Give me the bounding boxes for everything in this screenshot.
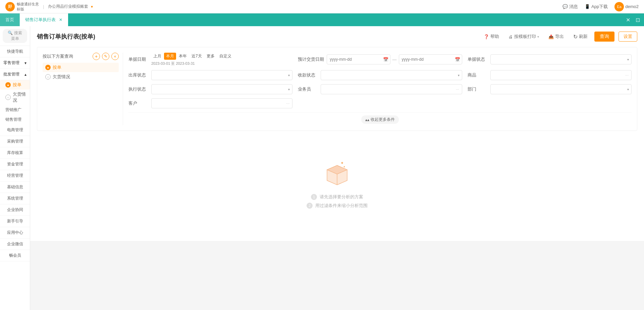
- tab-restore-btn[interactable]: ⊡: [634, 15, 641, 24]
- sidebar-item-system[interactable]: 系统管理: [0, 193, 30, 204]
- date-tab-this-year[interactable]: 本年: [177, 53, 189, 60]
- goods-dots-icon: ···: [625, 73, 629, 78]
- sidebar-item-wholesale[interactable]: 批发管理 ▴: [0, 69, 30, 80]
- filter-rows: 单据日期 上月 本月 本年 近7天 更多 自定义: [128, 53, 632, 108]
- tab-close-icon[interactable]: ✕: [59, 17, 62, 22]
- collapse-button[interactable]: ▴▴ 收起更多条件: [361, 115, 399, 124]
- breadcrumb-arrow[interactable]: ▾: [91, 4, 93, 9]
- tab-sales-order-label: 销售订单执行表: [25, 17, 56, 23]
- empty-state: ✦ ✦ 1 请先选择要分析的方案 2 用过滤条件来缩小分析范围: [37, 134, 637, 236]
- sidebar-item-purchase[interactable]: 采购管理: [0, 136, 30, 147]
- filter-exec-status: 执行状态 ▾: [128, 84, 292, 94]
- avatar: Ea: [614, 2, 624, 11]
- print-template-button[interactable]: 🖨 按模板打印 ▾: [506, 32, 542, 41]
- sidebar-item-wechat[interactable]: 企业微信: [0, 239, 30, 250]
- app-download-action[interactable]: 📱 App下载: [585, 4, 608, 10]
- dept-select[interactable]: [490, 84, 632, 94]
- sidebar-item-retail[interactable]: 零售管理 ▾: [0, 57, 30, 69]
- top-header: 好 畅捷通好生意 标版 | 办公用品行业模拟账套 ▾ 💬 消息 📱 App下载 …: [0, 0, 644, 13]
- exec-status-select[interactable]: [151, 84, 292, 94]
- sidebar: 🔍 搜索菜单 快捷导航 零售管理 ▾ 批发管理 ▴ ● 按单 ○ 欠货情况 营销…: [0, 26, 30, 310]
- filter-expected-date: 预计交货日期 📅 — 📅: [298, 53, 462, 66]
- sidebar-item-quick-nav[interactable]: 快捷导航: [0, 46, 30, 57]
- search-icon: 🔍: [8, 31, 13, 35]
- filter-panel: 按以下方案查询 + ✎ « ● 按单 ○: [37, 47, 637, 131]
- sidebar-search-box[interactable]: 🔍 搜索菜单: [3, 29, 27, 43]
- expected-date-label: 预计交货日期: [298, 56, 324, 62]
- customer-label: 客户: [128, 100, 149, 106]
- breadcrumb[interactable]: 办公用品行业模拟账套: [48, 4, 88, 9]
- date-tabs: 上月 本月 本年 近7天 更多 自定义: [151, 53, 292, 60]
- tab-spacer: [68, 13, 622, 26]
- sidebar-item-operation[interactable]: 经营管理: [0, 170, 30, 182]
- add-scheme-button[interactable]: +: [93, 53, 100, 60]
- sidebar-item-newuser[interactable]: 新手引导: [0, 216, 30, 227]
- date-tab-last7[interactable]: 近7天: [190, 53, 204, 60]
- filter-right: 单据日期 上月 本月 本年 近7天 更多 自定义: [123, 53, 632, 125]
- edit-scheme-button[interactable]: ✎: [102, 53, 109, 60]
- filter-left-icons: + ✎ «: [93, 53, 119, 60]
- sidebar-tree-owinggoods[interactable]: ○ 欠货情况: [0, 90, 30, 105]
- sidebar-item-inventory[interactable]: 库存核算: [0, 147, 30, 159]
- scheme-anorder[interactable]: ● 按单: [43, 63, 119, 72]
- settings-button[interactable]: 设置: [619, 32, 637, 42]
- payment-status-select[interactable]: [321, 70, 462, 80]
- payment-status-select-wrapper: ▾: [321, 70, 462, 80]
- query-button[interactable]: 查询: [594, 32, 614, 42]
- dept-label: 部门: [468, 86, 488, 92]
- anorder-dot-icon: ●: [5, 82, 11, 88]
- message-action[interactable]: 💬 消息: [562, 4, 578, 10]
- customer-input[interactable]: ···: [151, 98, 292, 108]
- payment-status-label: 收款状态: [298, 72, 318, 78]
- user-name: demo2: [625, 4, 639, 9]
- date-tab-more[interactable]: 更多: [205, 53, 217, 60]
- help-button[interactable]: ❓ 帮助: [481, 32, 502, 41]
- sidebar-item-marketing[interactable]: 营销推广: [0, 105, 30, 115]
- sidebar-item-sales-mgmt[interactable]: 销售管理: [0, 115, 30, 124]
- expected-date-start-wrap: 📅: [327, 54, 390, 64]
- retail-chevron-icon: ▾: [24, 61, 26, 65]
- filter-dept: 部门 ▾: [468, 84, 632, 94]
- header-left: 好 畅捷通好生意 标版 | 办公用品行业模拟账套 ▾: [5, 2, 93, 11]
- owinggoods-circle-icon: ○: [5, 95, 11, 100]
- filter-customer: 客户 ···: [128, 98, 292, 108]
- user-area[interactable]: Ea demo2: [614, 2, 639, 11]
- collapse-scheme-button[interactable]: «: [111, 53, 119, 60]
- sidebar-item-member[interactable]: 畅会员: [0, 250, 30, 261]
- date-range-row: 2023-03-01 至 2023-03-31: [151, 61, 292, 66]
- export-button[interactable]: 📤 导出: [546, 32, 567, 41]
- sidebar-item-enterprise[interactable]: 企业协同: [0, 204, 30, 216]
- sidebar-item-appcenter[interactable]: 应用中心: [0, 227, 30, 239]
- order-status-select[interactable]: [490, 54, 632, 64]
- filter-salesperson: 业务员 ···: [298, 84, 462, 94]
- message-icon: 💬: [562, 4, 568, 9]
- tab-close-btn[interactable]: ✕: [625, 15, 632, 24]
- sidebar-item-finance[interactable]: 资金管理: [0, 159, 30, 170]
- refresh-button[interactable]: ↻ 刷新: [571, 32, 590, 41]
- page-wrapper: 销售订单执行表(按单) ❓ 帮助 🖨 按模板打印 ▾ 📤 导出: [30, 26, 644, 241]
- date-tab-custom[interactable]: 自定义: [217, 53, 233, 60]
- sidebar-tree-anorder[interactable]: ● 按单: [0, 80, 30, 90]
- export-icon: 📤: [548, 34, 554, 39]
- warehouse-status-select[interactable]: [151, 70, 292, 80]
- help-icon: ❓: [484, 34, 489, 39]
- tab-home[interactable]: 首页: [0, 13, 20, 26]
- date-tab-last-month[interactable]: 上月: [151, 53, 163, 60]
- tab-sales-order[interactable]: 销售订单执行表 ✕: [20, 13, 68, 26]
- sidebar-item-ecommerce[interactable]: 电商管理: [0, 124, 30, 136]
- goods-input[interactable]: ···: [490, 70, 632, 80]
- empty-step-2: 2 用过滤条件来缩小分析范围: [307, 203, 368, 209]
- page-actions: ❓ 帮助 🖨 按模板打印 ▾ 📤 导出 ↻ 刷新: [481, 32, 637, 42]
- salesperson-input[interactable]: ···: [321, 84, 462, 94]
- date-range-text: 2023-03-01 至 2023-03-31: [151, 61, 195, 66]
- sidebar-item-basic[interactable]: 基础信息: [0, 182, 30, 193]
- scheme-owinggoods[interactable]: ○ 欠货情况: [43, 72, 119, 82]
- expected-date-start-input[interactable]: [327, 54, 390, 64]
- print-icon: 🖨: [508, 34, 513, 39]
- date-tab-this-month[interactable]: 本月: [164, 53, 176, 60]
- main-layout: 🔍 搜索菜单 快捷导航 零售管理 ▾ 批发管理 ▴ ● 按单 ○ 欠货情况 营销…: [0, 26, 644, 310]
- goods-label: 商品: [468, 72, 488, 78]
- expected-date-end-input[interactable]: [399, 54, 462, 64]
- expected-date-start-icon: 📅: [383, 57, 388, 62]
- refresh-icon: ↻: [573, 34, 578, 40]
